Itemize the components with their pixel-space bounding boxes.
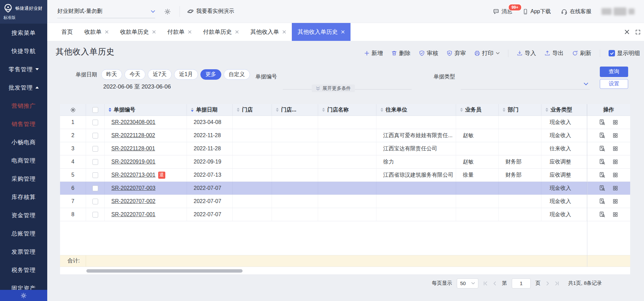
column-header-5[interactable]: 往来单位 (376, 104, 456, 116)
related-docs-grid-icon[interactable] (613, 146, 618, 151)
search-button[interactable]: 查询 (600, 67, 628, 77)
sort-icon[interactable] (322, 108, 325, 112)
column-header-0[interactable]: 单据编号 (105, 104, 187, 116)
date-preset-3[interactable]: 近1月 (174, 69, 198, 80)
sidebar-item-5[interactable]: 销售管理 (0, 115, 47, 133)
doc-no-link[interactable]: SR-20220919-001 (111, 159, 156, 165)
related-docs-grid-icon[interactable] (613, 159, 618, 165)
org-selector[interactable]: 好业财测试-量勿删 (57, 5, 155, 18)
tab-5[interactable]: 其他收入单 (245, 23, 292, 41)
sidebar-settings-button[interactable] (0, 290, 47, 301)
column-header-1[interactable]: 单据日期 (187, 104, 233, 116)
date-preset-0[interactable]: 昨天 (101, 69, 122, 80)
related-docs-grid-icon[interactable] (613, 133, 618, 138)
sidebar-item-13[interactable]: 税务管理 (0, 261, 47, 279)
column-header-3[interactable]: 门店... (272, 104, 318, 116)
delete-button[interactable]: 删除 (391, 49, 411, 57)
last-page-icon[interactable] (555, 281, 559, 286)
view-document-icon[interactable] (599, 185, 605, 191)
view-document-icon[interactable] (599, 172, 605, 178)
table-row[interactable]: 3SR-20221128-0012022-11-28江西宝达有限责任公司往来收入 (60, 142, 630, 155)
sidebar-item-0[interactable]: 搜索菜单 (0, 24, 47, 42)
row-checkbox[interactable] (92, 120, 98, 125)
table-row[interactable]: 8SR-20220707-0012022-07-07现金收入 (60, 208, 630, 221)
date-preset-2[interactable]: 近7天 (148, 69, 172, 80)
column-header-9[interactable]: 操作 (587, 104, 630, 116)
online-support-button[interactable]: 在线客服 (561, 8, 591, 15)
print-button[interactable]: 打印 (474, 49, 500, 57)
close-icon[interactable] (624, 29, 629, 34)
add-button[interactable]: 新增 (364, 49, 383, 57)
tab-1[interactable]: 收款单 (79, 23, 114, 41)
sidebar-item-3[interactable]: 批发管理 (0, 78, 47, 97)
select-all-checkbox[interactable] (92, 107, 98, 113)
row-checkbox[interactable] (92, 212, 98, 218)
sidebar-item-11[interactable]: 总账管理 (0, 224, 47, 243)
column-settings-gear-icon[interactable] (60, 104, 86, 116)
row-checkbox[interactable] (92, 199, 98, 204)
table-row[interactable]: 5SR-20220713-001退2022-07-13江西省琼汉建筑服务有限公司… (60, 169, 630, 182)
view-document-icon[interactable] (599, 119, 605, 125)
doc-no-link[interactable]: SR-20230408-001 (111, 119, 156, 125)
sidebar-item-10[interactable]: 资金管理 (0, 206, 47, 224)
export-button[interactable]: 导出 (544, 49, 564, 57)
table-row[interactable]: 2SR-20221128-0022022-11-28江西真可爱布娃娃有限责任..… (60, 129, 630, 142)
related-docs-grid-icon[interactable] (613, 172, 618, 178)
close-tab-icon[interactable] (152, 30, 156, 34)
tab-6[interactable]: 其他收入单历史 (292, 23, 351, 41)
related-docs-grid-icon[interactable] (613, 185, 618, 191)
tab-0[interactable]: 首页 (56, 23, 79, 41)
column-header-2[interactable]: 门店 (233, 104, 272, 116)
expand-more-conditions[interactable]: 展开更多条件 (312, 84, 355, 92)
column-header-8[interactable]: 业务类型 (541, 104, 587, 116)
row-checkbox[interactable] (92, 133, 98, 139)
view-document-icon[interactable] (599, 132, 605, 139)
sort-icon[interactable] (545, 108, 548, 112)
related-docs-grid-icon[interactable] (613, 212, 618, 217)
fullscreen-icon[interactable] (635, 29, 641, 35)
date-preset-4[interactable]: 更多 (200, 69, 221, 80)
view-document-icon[interactable] (599, 211, 605, 218)
related-docs-grid-icon[interactable] (613, 120, 618, 125)
doc-no-link[interactable]: SR-20220707-003 (111, 185, 156, 191)
sort-icon[interactable] (460, 108, 463, 112)
page-number-input[interactable] (512, 278, 531, 289)
close-tab-icon[interactable] (105, 30, 109, 34)
sort-icon[interactable] (381, 108, 383, 112)
sidebar-item-1[interactable]: 快捷导航 (0, 42, 47, 60)
unaudit-button[interactable]: 弃审 (447, 49, 466, 57)
settings-gear-icon[interactable] (164, 8, 171, 15)
doc-no-link[interactable]: SR-20221128-001 (111, 146, 155, 152)
sidebar-item-7[interactable]: 电商管理 (0, 151, 47, 170)
row-checkbox[interactable] (92, 185, 98, 191)
messages-button[interactable]: 消息 99+ (493, 8, 512, 15)
next-page-icon[interactable] (545, 281, 550, 286)
doc-no-link[interactable]: SR-20220707-002 (111, 198, 156, 204)
horizontal-scrollbar[interactable] (86, 269, 243, 273)
user-name-blurred[interactable] (601, 7, 635, 16)
settings-button[interactable]: 设置 (600, 79, 628, 89)
doc-no-link[interactable]: SR-20220713-001 (111, 172, 156, 178)
date-preset-1[interactable]: 今天 (124, 69, 145, 80)
doc-no-link[interactable]: SR-20221128-002 (111, 132, 155, 139)
sidebar-item-12[interactable]: 发票管理 (0, 243, 47, 261)
row-checkbox[interactable] (92, 146, 98, 152)
row-checkbox[interactable] (92, 159, 98, 165)
refresh-button[interactable]: 刷新 (572, 49, 591, 57)
view-document-icon[interactable] (599, 198, 605, 204)
close-tab-icon[interactable] (188, 30, 192, 34)
sort-icon[interactable] (191, 108, 194, 112)
app-download-button[interactable]: App下载 (523, 8, 551, 15)
date-preset-5[interactable]: 自定义 (224, 69, 250, 80)
sort-icon[interactable] (109, 108, 111, 112)
close-tab-icon[interactable] (341, 30, 345, 34)
view-document-icon[interactable] (599, 159, 605, 165)
close-tab-icon[interactable] (282, 30, 286, 34)
related-docs-grid-icon[interactable] (613, 199, 618, 204)
view-document-icon[interactable] (599, 146, 605, 152)
sidebar-item-6[interactable]: 小畅电商 (0, 133, 47, 151)
row-checkbox[interactable] (92, 172, 98, 178)
sidebar-item-9[interactable]: 库存核算 (0, 188, 47, 206)
table-row[interactable]: 4SR-20220919-0012022-09-19徐力赵敏财务部应收调整 (60, 155, 630, 169)
doc-no-link[interactable]: SR-20220707-001 (111, 211, 156, 218)
